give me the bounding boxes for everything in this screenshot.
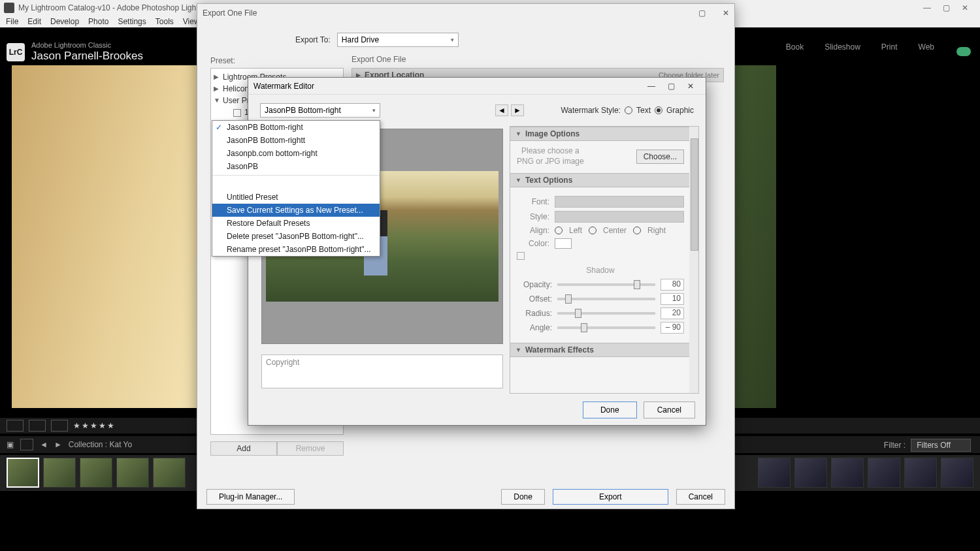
export-done-button[interactable]: Done <box>501 489 545 505</box>
checkbox-icon[interactable] <box>233 109 241 117</box>
product-name: Adobe Lightroom Classic <box>31 41 143 50</box>
style-text-radio[interactable] <box>625 106 632 114</box>
export-maximize-icon[interactable]: ▢ <box>698 8 706 18</box>
dropdown-untitled-preset[interactable]: Untitled Preset <box>212 191 380 204</box>
watermark-dialog-title: Watermark Editor <box>253 82 314 91</box>
watermark-preset-value: JasonPB Bottom-right <box>265 106 341 115</box>
add-preset-button[interactable]: Add <box>210 441 277 456</box>
choose-image-button[interactable]: Choose... <box>636 150 684 164</box>
dropdown-rename-preset[interactable]: Rename preset "JasonPB Bottom-right"... <box>212 243 380 256</box>
angle-value[interactable]: – 90 <box>661 322 684 334</box>
prev-image-button[interactable]: ◄ <box>495 104 508 116</box>
style-graphic-radio[interactable] <box>655 106 662 114</box>
chevron-down-icon: ▾ <box>372 107 376 114</box>
rating-stars[interactable]: ★★★★★ <box>73 421 116 430</box>
filter-label: Filter : <box>884 441 906 450</box>
angle-slider[interactable] <box>557 326 655 329</box>
grid-icon[interactable] <box>20 439 33 450</box>
offset-value[interactable]: 10 <box>661 293 684 305</box>
thumbnail[interactable] <box>43 458 76 488</box>
thumbnail[interactable] <box>831 458 864 488</box>
wm-close-icon[interactable]: ✕ <box>681 82 700 91</box>
scrollbar[interactable] <box>689 127 698 393</box>
user-name: Jason Parnell-Brookes <box>31 50 143 63</box>
maximize-icon[interactable]: ▢ <box>943 3 950 12</box>
module-slideshow[interactable]: Slideshow <box>825 42 860 52</box>
survey-view-icon[interactable] <box>51 420 68 432</box>
preset-dropdown-menu: JasonPB Bottom-right JasonPB Bottom-righ… <box>212 120 380 257</box>
style-select <box>555 211 684 223</box>
radius-slider[interactable] <box>557 312 655 315</box>
secondary-display-icon[interactable]: ▣ <box>7 440 14 449</box>
dropdown-save-new-preset[interactable]: Save Current Settings as New Preset... <box>212 204 380 217</box>
lightroom-logo: LrC <box>7 43 25 61</box>
export-button[interactable]: Export <box>553 489 668 505</box>
menu-edit[interactable]: Edit <box>25 17 43 26</box>
radius-value[interactable]: 20 <box>661 307 684 319</box>
watermark-preset-select[interactable]: JasonPB Bottom-right ▾ <box>260 103 380 118</box>
wm-minimize-icon[interactable]: — <box>642 82 661 91</box>
close-icon[interactable]: ✕ <box>962 3 968 12</box>
thumbnail[interactable] <box>941 458 973 488</box>
export-to-select[interactable]: Hard Drive ▾ <box>337 33 459 47</box>
watermark-done-button[interactable]: Done <box>583 401 637 418</box>
module-web[interactable]: Web <box>919 42 934 52</box>
dropdown-restore-defaults[interactable]: Restore Default Presets <box>212 217 380 230</box>
opacity-slider[interactable] <box>557 283 655 286</box>
align-right-radio <box>633 227 641 234</box>
section-text-options[interactable]: ▼Text Options <box>510 173 698 187</box>
copyright-placeholder: Copyright <box>266 358 299 367</box>
export-right-header: Export One File <box>351 55 724 64</box>
thumbnail[interactable] <box>904 458 937 488</box>
thumbnail[interactable] <box>116 458 149 488</box>
align-center-radio <box>589 227 596 234</box>
watermark-style-label: Watermark Style: <box>561 106 621 115</box>
loupe-view-icon[interactable] <box>7 420 24 432</box>
plugin-manager-button[interactable]: Plug-in Manager... <box>206 489 295 505</box>
next-photo-icon[interactable]: ► <box>54 440 62 449</box>
watermark-options-panel: ▼Image Options Please choose a PNG or JP… <box>510 126 699 394</box>
menu-develop[interactable]: Develop <box>48 17 81 26</box>
thumbnail[interactable] <box>794 458 827 488</box>
export-cancel-button[interactable]: Cancel <box>676 489 725 505</box>
collection-label: Collection : Kat Yo <box>69 440 132 449</box>
dropdown-delete-preset[interactable]: Delete preset "JasonPB Bottom-right"... <box>212 230 380 243</box>
section-watermark-effects[interactable]: ▼Watermark Effects <box>510 343 698 357</box>
copyright-textarea[interactable]: Copyright <box>261 354 503 388</box>
menu-file[interactable]: File <box>4 17 20 26</box>
dropdown-item[interactable]: JasonPB Bottom-right <box>212 121 380 134</box>
module-picker: Book Slideshow Print Web <box>786 42 934 52</box>
compare-view-icon[interactable] <box>29 420 46 432</box>
dropdown-item[interactable]: JasonPB <box>212 160 380 173</box>
dropdown-item[interactable]: Jasonpb.com bottom-right <box>212 147 380 160</box>
watermark-cancel-button[interactable]: Cancel <box>644 401 695 418</box>
cloud-sync-icon[interactable] <box>956 47 971 56</box>
minimize-icon[interactable]: — <box>923 3 931 12</box>
module-print[interactable]: Print <box>881 42 898 52</box>
offset-slider[interactable] <box>557 298 655 300</box>
module-book[interactable]: Book <box>786 42 804 52</box>
thumbnail[interactable] <box>868 458 900 488</box>
prev-photo-icon[interactable]: ◄ <box>40 440 48 449</box>
thumbnail[interactable] <box>153 458 186 488</box>
chevron-down-icon: ▾ <box>451 37 454 43</box>
export-close-icon[interactable]: ✕ <box>723 8 729 18</box>
align-left-radio <box>555 227 563 234</box>
color-swatch <box>555 238 572 249</box>
thumbnail[interactable] <box>758 458 791 488</box>
opacity-value[interactable]: 80 <box>661 279 684 291</box>
export-dialog-title: Export One File <box>203 8 257 18</box>
window-title: My Lightroom Catalog-v10 - Adobe Photosh… <box>18 3 218 12</box>
thumbnail[interactable] <box>80 458 112 488</box>
wm-maximize-icon[interactable]: ▢ <box>661 82 681 91</box>
menu-settings[interactable]: Settings <box>116 17 148 26</box>
export-to-value: Hard Drive <box>342 35 379 44</box>
thumbnail[interactable] <box>7 458 39 488</box>
menu-photo[interactable]: Photo <box>86 17 110 26</box>
filter-select[interactable]: Filters Off <box>911 439 971 452</box>
section-image-options[interactable]: ▼Image Options <box>510 127 698 141</box>
shadow-checkbox <box>517 252 525 260</box>
next-image-button[interactable]: ► <box>511 104 524 116</box>
menu-tools[interactable]: Tools <box>154 17 176 26</box>
dropdown-item[interactable]: JasonPB Bottom-rightt <box>212 134 380 147</box>
